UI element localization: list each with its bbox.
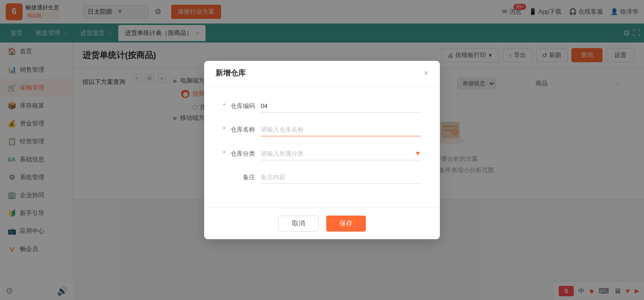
warehouse-code-input[interactable] <box>261 100 421 113</box>
new-warehouse-modal: 新增仓库 × 仓库编码 仓库名称 仓库分类 ▼ <box>204 61 440 239</box>
modal-body: 仓库编码 仓库名称 仓库分类 ▼ 备注 <box>204 86 440 208</box>
warehouse-category-select-row: ▼ <box>261 147 421 160</box>
modal-overlay: 新增仓库 × 仓库编码 仓库名称 仓库分类 ▼ <box>0 0 644 300</box>
warehouse-remark-input[interactable] <box>261 171 421 184</box>
modal-header: 新增仓库 × <box>204 61 440 86</box>
form-row-remark: 备注 <box>223 171 421 184</box>
warehouse-name-input[interactable] <box>261 123 421 136</box>
category-dropdown-icon[interactable]: ▼ <box>414 150 421 157</box>
modal-close-button[interactable]: × <box>423 68 429 78</box>
form-row-name: 仓库名称 <box>223 123 421 136</box>
cancel-button[interactable]: 取消 <box>278 216 319 232</box>
form-label-category: 仓库分类 <box>223 150 261 158</box>
modal-footer: 取消 保存 <box>204 208 440 239</box>
form-label-remark: 备注 <box>223 173 261 182</box>
save-button[interactable]: 保存 <box>326 216 366 232</box>
form-label-name: 仓库名称 <box>223 125 261 134</box>
form-row-code: 仓库编码 <box>223 100 421 113</box>
modal-title: 新增仓库 <box>215 68 246 78</box>
warehouse-category-input[interactable] <box>261 150 414 157</box>
form-row-category: 仓库分类 ▼ <box>223 147 421 160</box>
form-label-code: 仓库编码 <box>223 102 261 110</box>
